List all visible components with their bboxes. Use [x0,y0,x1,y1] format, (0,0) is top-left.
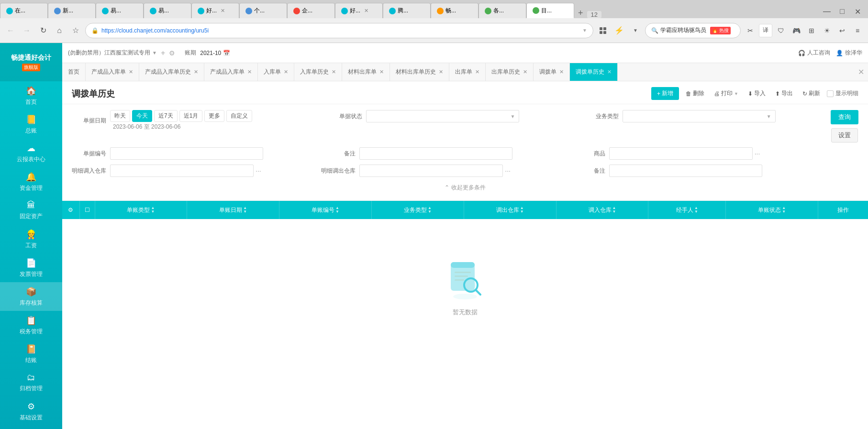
th-doc-date[interactable]: 单账日期 ▲▼ [187,201,279,219]
page-tab-warehouse-in-history[interactable]: 入库单历史 ✕ [294,63,342,81]
detail-in-dots-icon[interactable]: ··· [256,167,261,175]
undo-icon[interactable]: ↩ [835,24,849,37]
th-transfer-in[interactable]: 调入仓库 ▲▼ [556,201,648,219]
goods-dots-icon[interactable]: ··· [755,150,760,157]
page-tab-transfer-history[interactable]: 调拨单历史 ✕ [570,63,618,81]
last-month-button[interactable]: 近1月 [179,110,203,122]
page-tab-material-out-history[interactable]: 材料出库单历史 ✕ [390,63,449,81]
page-tab-transfer[interactable]: 调拨单 ✕ [534,63,570,81]
today-button[interactable]: 今天 [132,110,152,122]
sidebar-item-basic[interactable]: ⚙ 基础设置 [0,397,62,426]
th-handler[interactable]: 经手人 ▲▼ [648,201,726,219]
address-bar[interactable]: 🔒 https://cloud.chanjet.com/accounting/u… [85,23,593,38]
sidebar-item-reports[interactable]: ☁ 云报表中心 [0,139,62,167]
th-business-type[interactable]: 业务类型 ▲▼ [371,201,464,219]
remarks2-input[interactable] [609,165,762,177]
lightning-icon[interactable]: ⚡ [612,24,626,37]
th-transfer-out[interactable]: 调出仓库 ▲▼ [464,201,556,219]
status-dropdown[interactable]: ▼ [366,110,519,122]
tab-close-7[interactable]: ✕ [364,8,368,14]
translate-icon[interactable]: 译 [759,24,772,37]
page-tab-product-in-history[interactable]: 产成品入库单历史 ✕ [139,63,204,81]
browser-tab-5[interactable]: 个... [239,3,287,18]
page-tab-product-in[interactable]: 产成品入库单 ✕ [86,63,139,81]
tab-close-warehouse-in-history[interactable]: ✕ [332,69,336,75]
custom-date-button[interactable]: 自定义 [226,110,252,122]
browser-tab-7[interactable]: 好... ✕ [335,3,383,18]
th-doc-type[interactable]: 单账类型 ▲▼ [95,201,187,219]
tab-close-warehouse-in[interactable]: ✕ [284,69,288,75]
print-button[interactable]: 🖨 打印 ▼ [711,88,741,99]
remarks-input[interactable] [359,147,512,160]
new-button[interactable]: + 新增 [651,87,679,100]
refresh-browser-button[interactable]: ↻ [36,24,50,37]
display-checkbox[interactable] [827,90,834,97]
doc-number-input[interactable] [110,147,263,160]
maximize-button[interactable]: □ [835,5,849,18]
brightness-icon[interactable]: ☀ [820,24,834,37]
browser-extensions-icon[interactable] [596,24,610,37]
refresh-button[interactable]: ↻ 刷新 [800,88,823,99]
collapse-bar[interactable]: ⌃ 收起更多条件 [72,181,858,195]
tab-close-out-order[interactable]: ✕ [475,69,479,75]
sidebar-item-assets[interactable]: 🏛 固定资产 [0,196,62,225]
browser-tab-6[interactable]: 企... [287,3,335,18]
grid-icon[interactable]: ⊞ [805,24,818,37]
detail-in-input[interactable] [110,165,254,177]
goods-input[interactable] [609,147,753,160]
service-button[interactable]: 🎧 人工咨询 [798,49,830,57]
page-tab-warehouse-in[interactable]: 入库单 ✕ [258,63,294,81]
page-tab-out-order-history[interactable]: 出库单历史 ✕ [486,63,534,81]
minimize-button[interactable]: — [820,5,834,18]
last7-button[interactable]: 近7天 [154,110,178,122]
sidebar-logo[interactable]: 畅捷通好会计 旗舰版 [0,43,62,81]
browser-tab-1[interactable]: 新... [48,3,96,18]
browser-tab-2[interactable]: 易... [96,3,144,18]
display-toggle[interactable]: 显示明细 [827,89,858,98]
tab-close-product-in2[interactable]: ✕ [247,69,252,75]
tab-close-material-out-history[interactable]: ✕ [439,69,443,75]
close-all-button[interactable]: ✕ [858,67,868,77]
export-button[interactable]: ⬆ 导出 [772,88,796,99]
browser-tab-0[interactable]: 在... [0,3,48,18]
menu-icon[interactable]: ≡ [851,24,864,37]
close-button[interactable]: ✕ [851,5,864,18]
browser-tab-10[interactable]: 各... [479,3,526,18]
sidebar-item-inventory[interactable]: 📦 库存核算 [0,282,62,311]
detail-out-dots-icon[interactable]: ··· [505,167,511,175]
forward-button[interactable]: → [20,24,33,37]
new-tab-button[interactable]: + [574,8,587,18]
sidebar-item-archive[interactable]: 🗂 归档管理 [0,368,62,397]
sidebar-item-home[interactable]: 🏠 首页 [0,81,62,110]
tab-close-product-in-history[interactable]: ✕ [194,69,198,75]
search-bar[interactable]: 🔍 学霸应聘场驱鸟员 🔥 热搜 [645,23,741,38]
th-doc-number[interactable]: 单账编号 ▲▼ [279,201,372,219]
company-selector[interactable]: (勿删勿禁用）江西服宝测试专用 ▼ [68,49,157,57]
game-icon[interactable]: 🎮 [790,24,803,37]
th-gear[interactable]: ⚙ [62,201,79,219]
browser-tab-3[interactable]: 易... [144,3,191,18]
th-check[interactable]: ☐ [79,201,95,219]
shield-icon[interactable]: 🛡 [774,24,788,37]
add-company-icon[interactable]: + [161,49,165,57]
tab-close-product-in[interactable]: ✕ [129,69,133,75]
page-tab-material-out[interactable]: 材料出库单 ✕ [342,63,390,81]
sidebar-item-invoice[interactable]: 📄 发票管理 [0,253,62,282]
th-doc-status[interactable]: 单账状态 ▲▼ [726,201,818,219]
browser-tab-9[interactable]: 畅... [431,3,479,18]
browser-tab-8[interactable]: 腾... [383,3,431,18]
scissors-icon[interactable]: ✂ [744,24,757,37]
sidebar-item-guide[interactable]: 📌 新手引导 [0,426,62,429]
settings-icon[interactable]: ⚙ [169,49,175,57]
yesterday-button[interactable]: 昨天 [110,110,130,122]
more-date-button[interactable]: 更多 [204,110,224,122]
home-browser-button[interactable]: ⌂ [53,24,66,37]
page-tab-out-order[interactable]: 出库单 ✕ [449,63,486,81]
sidebar-item-ledger[interactable]: 📒 总账 [0,110,62,139]
tab-close-4[interactable]: ✕ [221,8,225,14]
browser-tab-4[interactable]: 好... ✕ [191,3,239,18]
delete-button[interactable]: 🗑 删除 [683,88,707,99]
bookmark-button[interactable]: ☆ [69,24,82,37]
tab-close-out-order-history[interactable]: ✕ [523,69,527,75]
tab-close-transfer-history[interactable]: ✕ [607,69,612,75]
